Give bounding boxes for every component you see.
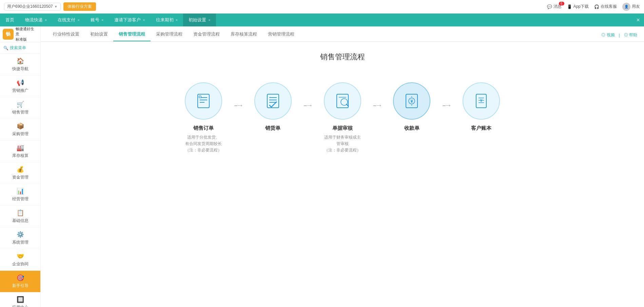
app-icon: 📱: [567, 4, 572, 9]
help-button[interactable]: ◎ 帮助: [624, 32, 637, 38]
sidebar-item-basic-info[interactable]: 📋 基础信息: [0, 206, 40, 227]
sidebar-item-inventory[interactable]: 🏭 库存核算: [0, 141, 40, 162]
nav-tab-initial-setup[interactable]: 初始设置 ×: [183, 14, 216, 26]
flow-label-audit: 单据审核: [332, 125, 353, 131]
sub-tab-marketing-flow[interactable]: 营销管理流程: [262, 31, 300, 41]
flow-circle-receipt: ¥: [393, 82, 430, 120]
user-label: 用户690企业1660120507: [7, 4, 53, 9]
experience-button[interactable]: 体验行业方案: [63, 2, 96, 11]
service-label: 在线客服: [601, 4, 617, 9]
sidebar-item-label: 库存核算: [12, 153, 28, 159]
sidebar-item-purchase[interactable]: 📦 采购管理: [0, 119, 40, 141]
sidebar-item-operation[interactable]: 📊 经营管理: [0, 184, 40, 206]
close-icon[interactable]: ×: [176, 18, 178, 22]
sidebar-item-label: 销售管理: [12, 109, 28, 115]
logo-icon: 畅: [3, 29, 14, 40]
sub-tab-marketing-flow-label: 营销管理流程: [268, 32, 294, 37]
flow-desc-audit: 适用于财务审核或主管审核（注：非必要流程）: [324, 134, 361, 154]
sidebar-item-label: 采购管理: [12, 131, 28, 137]
sub-tab-sales-flow[interactable]: 销售管理流程: [113, 31, 151, 41]
sub-tab-inventory-flow[interactable]: 库存核算流程: [225, 31, 262, 41]
flow-item-audit: 单据审核 适用于财务审核或主管审核（注：非必要流程）: [315, 82, 370, 154]
flow-circle-account-book: ¥: [463, 82, 500, 120]
flow-circle-sales-order: [185, 82, 222, 120]
collab-icon: 🤝: [17, 252, 24, 260]
close-icon[interactable]: ×: [77, 18, 79, 22]
nav-tab-invite-label: 邀请下游客户: [114, 17, 141, 23]
flow-chart: 销售订单 适用于分批发货、有合同发货周期较长（注：非必要流程） --→: [54, 82, 630, 154]
search-icon: 🔍: [3, 46, 8, 50]
nav-tabs: 首页 物流快递 × 在线支付 × 账号 × 邀请下游客户 × 往来期初 × 初始…: [0, 14, 644, 26]
nav-tab-payment-label: 在线支付: [58, 17, 75, 23]
basic-info-icon: 📋: [17, 209, 24, 217]
nav-tab-logistics[interactable]: 物流快递 ×: [20, 14, 52, 26]
top-bar-right: 💬 消息 6 📱 App下载 🎧 在线客服 👤 用友: [547, 3, 640, 11]
sub-tabs: 行业特性设置 初始设置 销售管理流程 采购管理流程 资金管理流程 库存核算流程 …: [41, 26, 644, 42]
message-button[interactable]: 💬 消息 6: [547, 4, 562, 9]
page-title: 销售管理流程: [54, 52, 630, 62]
home-icon: 🏠: [17, 57, 24, 65]
nav-tab-home-label: 首页: [5, 17, 14, 23]
sub-tab-inventory-flow-label: 库存核算流程: [231, 32, 257, 37]
sidebar-item-label: 新手引导: [12, 283, 28, 289]
close-icon[interactable]: ×: [208, 18, 210, 22]
flow-item-account-book: ¥ 客户账本: [454, 82, 508, 134]
sub-tab-purchase-flow[interactable]: 采购管理流程: [151, 31, 188, 41]
online-service-button[interactable]: 🎧 在线客服: [594, 4, 617, 9]
finance-icon: 💰: [17, 166, 24, 173]
flow-item-sales-bill: 销货单: [246, 82, 300, 134]
sidebar-search[interactable]: 🔍 搜索菜单: [0, 42, 40, 54]
svg-rect-4: [199, 96, 201, 98]
nav-tab-invite[interactable]: 邀请下游客户 ×: [109, 14, 150, 26]
user-profile-button[interactable]: 👤 用友: [622, 3, 640, 11]
close-icon[interactable]: ×: [45, 18, 47, 22]
sidebar-item-app-center[interactable]: 🔲 应用中心: [0, 292, 40, 307]
nav-tab-home[interactable]: 首页: [0, 14, 20, 26]
svg-rect-9: [337, 94, 348, 108]
sub-tab-actions: ◎ 视频 | ◎ 帮助: [601, 32, 637, 41]
app-download-button[interactable]: 📱 App下载: [567, 4, 589, 9]
sub-tab-initial[interactable]: 初始设置: [85, 31, 113, 41]
sidebar-item-enterprise-collab[interactable]: 🤝 企业协同: [0, 249, 40, 271]
sub-tab-purchase-flow-label: 采购管理流程: [156, 32, 182, 37]
top-bar-left: 用户690企业1660120507 ▼ 体验行业方案: [4, 2, 96, 11]
nav-tab-logistics-label: 物流快递: [25, 17, 43, 23]
flow-label-sales-order: 销售订单: [193, 125, 214, 131]
flow-arrow-1: --→: [231, 101, 246, 110]
page-body: 销售管理流程 销售订单 适用于分批发货、有合同: [41, 42, 644, 307]
nav-tab-payment[interactable]: 在线支付 ×: [52, 14, 85, 26]
user-select[interactable]: 用户690企业1660120507 ▼: [4, 3, 61, 11]
sub-tab-sales-flow-label: 销售管理流程: [119, 32, 145, 37]
close-icon[interactable]: ×: [143, 18, 145, 22]
close-icon[interactable]: ×: [101, 18, 103, 22]
app-label: App下载: [573, 4, 589, 9]
inventory-icon: 🏭: [17, 144, 24, 151]
nav-tab-account[interactable]: 账号 ×: [85, 14, 109, 26]
sidebar-item-label: 基础信息: [12, 218, 28, 224]
svg-text:¥: ¥: [480, 98, 482, 103]
flow-circle-audit: [324, 82, 361, 120]
sidebar-item-quick-nav[interactable]: 🏠 快捷导航: [0, 54, 40, 76]
flow-arrow-2: --→: [300, 101, 315, 110]
nav-tab-period[interactable]: 往来期初 ×: [151, 14, 183, 26]
system-icon: ⚙️: [17, 231, 24, 238]
message-icon: 💬: [547, 4, 552, 9]
message-badge: 6: [559, 2, 564, 5]
video-button[interactable]: ◎ 视频: [601, 32, 614, 38]
sidebar-item-system[interactable]: ⚙️ 系统管理: [0, 227, 40, 249]
sub-tab-industry[interactable]: 行业特性设置: [47, 31, 85, 41]
flow-circle-sales-bill: [254, 82, 292, 120]
sub-tab-finance-flow-label: 资金管理流程: [193, 32, 220, 37]
sub-tab-finance-flow[interactable]: 资金管理流程: [188, 31, 225, 41]
sidebar-item-marketing[interactable]: 📢 营销推广: [0, 76, 40, 97]
top-bar: 用户690企业1660120507 ▼ 体验行业方案 💬 消息 6 📱 App下…: [0, 0, 644, 14]
close-all-tabs-button[interactable]: ×: [632, 17, 644, 24]
sidebar-item-sales[interactable]: 🛒 销售管理: [0, 97, 40, 119]
sidebar-item-new-guide[interactable]: 🎯 新手引导: [0, 271, 40, 292]
sales-icon: 🛒: [17, 101, 24, 108]
nav-tab-period-label: 往来期初: [156, 17, 174, 23]
sidebar-item-label: 应用中心: [12, 305, 28, 307]
sidebar-item-finance[interactable]: 💰 资金管理: [0, 162, 40, 184]
sidebar: 畅 畅捷通好生意 标准版 🔍 搜索菜单 🏠 快捷导航 📢 营销推广 🛒 销售管理…: [0, 26, 41, 307]
sidebar-logo: 畅 畅捷通好生意 标准版: [0, 26, 40, 42]
